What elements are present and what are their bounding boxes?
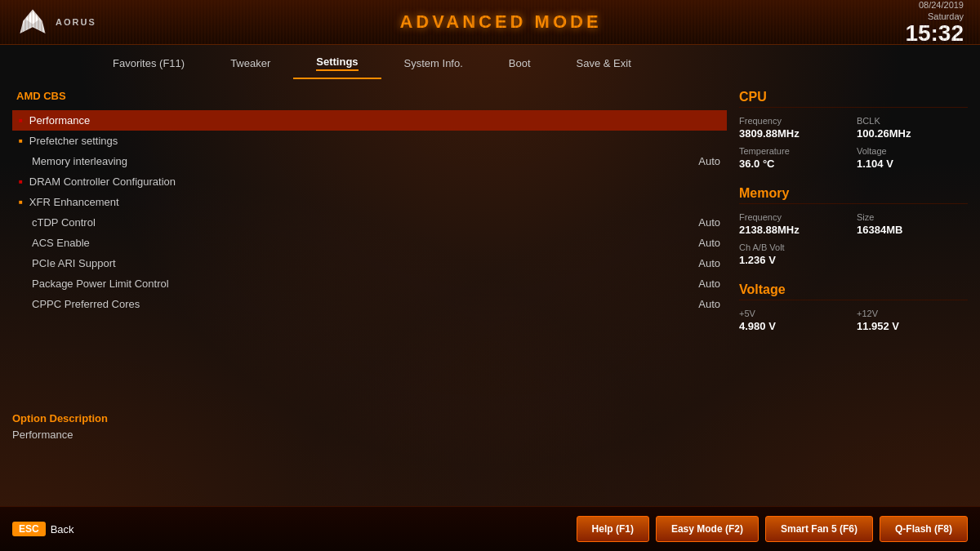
voltage-section-title: Voltage xyxy=(739,282,968,300)
option-desc-text: Performance xyxy=(12,429,108,441)
easy-mode-button[interactable]: Easy Mode (F2) xyxy=(656,516,759,542)
bottom-buttons: Help (F1) Easy Mode (F2) Smart Fan 5 (F6… xyxy=(577,516,968,542)
back-label: Back xyxy=(51,523,74,535)
tab-settings[interactable]: Settings xyxy=(293,49,381,78)
v12-item: +12V 11.952 V xyxy=(857,309,968,332)
cpu-frequency-item: Frequency 3809.88MHz xyxy=(739,116,850,140)
cpu-section-title: CPU xyxy=(739,90,968,108)
svg-marker-0 xyxy=(20,9,45,33)
section-title: AMD CBS xyxy=(12,90,727,102)
left-panel: AMD CBS Performance Prefetcher settings … xyxy=(12,90,727,494)
right-panel: CPU Frequency 3809.88MHz BCLK 100.26MHz … xyxy=(739,90,968,494)
memory-section-title: Memory xyxy=(739,186,968,204)
menu-item-package-power[interactable]: Package Power Limit Control Auto xyxy=(12,273,727,294)
memory-info-section: Memory Frequency 2138.88MHz Size 16384MB… xyxy=(739,186,968,266)
option-description-area: Option Description Performance xyxy=(12,412,108,441)
esc-back-control[interactable]: ESC Back xyxy=(12,522,74,536)
datetime-display: 08/24/2019 Saturday 15:32 xyxy=(905,0,964,45)
aorus-logo-text: AORUS xyxy=(56,17,96,27)
menu-item-memory-interleaving[interactable]: Memory interleaving Auto xyxy=(12,151,727,171)
menu-item-pcie-ari[interactable]: PCIe ARI Support Auto xyxy=(12,253,727,273)
tab-save-exit[interactable]: Save & Exit xyxy=(554,51,654,76)
menu-item-prefetcher[interactable]: Prefetcher settings xyxy=(12,131,727,151)
menu-list: Performance Prefetcher settings Memory i… xyxy=(12,110,727,314)
tab-favorites[interactable]: Favorites (F11) xyxy=(90,51,207,76)
help-button[interactable]: Help (F1) xyxy=(577,516,649,542)
page-title: ADVANCED MODE xyxy=(96,11,906,33)
menu-item-performance[interactable]: Performance xyxy=(12,110,727,131)
cpu-temperature-item: Temperature 36.0 °C xyxy=(739,146,850,170)
menu-item-dram[interactable]: DRAM Controller Configuration xyxy=(12,171,727,192)
qflash-button[interactable]: Q-Flash (F8) xyxy=(880,516,968,542)
v5-item: +5V 4.980 V xyxy=(739,309,850,332)
memory-chvolt-item: Ch A/B Volt 1.236 V xyxy=(739,242,968,266)
svg-marker-1 xyxy=(22,13,43,32)
svg-marker-2 xyxy=(26,11,39,24)
esc-key-badge: ESC xyxy=(12,522,46,536)
menu-item-acs[interactable]: ACS Enable Auto xyxy=(12,233,727,253)
memory-frequency-item: Frequency 2138.88MHz xyxy=(739,212,850,236)
menu-item-ctdp[interactable]: cTDP Control Auto xyxy=(12,212,727,233)
bottom-bar: ESC Back Help (F1) Easy Mode (F2) Smart … xyxy=(0,506,980,551)
memory-size-item: Size 16384MB xyxy=(857,212,968,236)
aorus-eagle-icon xyxy=(16,8,49,37)
tab-boot[interactable]: Boot xyxy=(486,51,554,76)
logo-area: AORUS xyxy=(16,8,96,37)
smart-fan-button[interactable]: Smart Fan 5 (F6) xyxy=(765,516,873,542)
time-display: 15:32 xyxy=(905,22,964,45)
date-display: 08/24/2019 Saturday xyxy=(919,0,964,21)
cpu-info-section: CPU Frequency 3809.88MHz BCLK 100.26MHz … xyxy=(739,90,968,170)
option-desc-label: Option Description xyxy=(12,412,108,424)
tab-tweaker[interactable]: Tweaker xyxy=(207,51,293,76)
cpu-bclk-item: BCLK 100.26MHz xyxy=(857,116,968,140)
tab-sysinfo[interactable]: System Info. xyxy=(381,51,486,76)
cpu-voltage-item: Voltage 1.104 V xyxy=(857,146,968,170)
menu-item-xfr[interactable]: XFR Enhancement xyxy=(12,192,727,212)
menu-item-cppc[interactable]: CPPC Preferred Cores Auto xyxy=(12,294,727,314)
voltage-info-section: Voltage +5V 4.980 V +12V 11.952 V xyxy=(739,282,968,332)
